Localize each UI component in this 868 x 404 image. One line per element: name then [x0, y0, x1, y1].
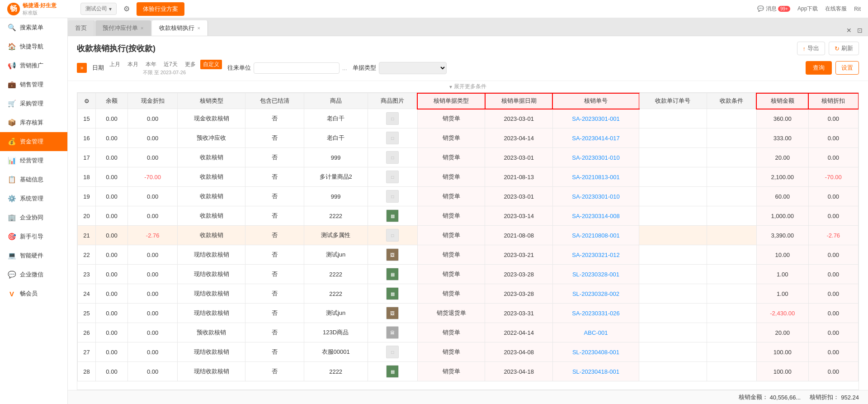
setting-button[interactable]: 设置: [835, 61, 859, 75]
settings-icon[interactable]: ⚙: [120, 3, 133, 15]
td-write-off-amount: 100.00: [756, 362, 808, 381]
from-unit-input[interactable]: [254, 62, 340, 74]
sidebar-item-wechat[interactable]: 💬 企业微信: [0, 265, 67, 284]
td-goods-img: □: [368, 128, 417, 148]
query-button[interactable]: 查询: [806, 61, 832, 75]
sidebar-item-basic[interactable]: 📋 基础信息: [0, 170, 67, 189]
receipt-type-select[interactable]: [379, 62, 447, 74]
td-write-off-bill-no[interactable]: SA-20230301-010: [552, 187, 639, 206]
date-tab-custom[interactable]: 自定义: [200, 60, 222, 69]
td-receipt-order-no: [639, 187, 707, 206]
guide-icon: 🎯: [7, 233, 16, 241]
corp-icon: 🏢: [7, 214, 16, 222]
td-goods-img: ▦: [368, 284, 417, 304]
td-goods-img: □: [368, 187, 417, 206]
app-download[interactable]: App下载: [797, 5, 818, 13]
td-write-off-type: 收款核销: [178, 148, 245, 167]
tab-prepay[interactable]: 预付冲应付单 ×: [95, 20, 151, 36]
td-include-settled: 否: [245, 109, 304, 128]
sidebar-item-hardware[interactable]: 💻 智能硬件: [0, 246, 67, 265]
td-row-num: 18: [78, 167, 96, 187]
user-name[interactable]: Rit: [854, 6, 861, 12]
sidebar-label-hardware: 智能硬件: [20, 252, 43, 260]
td-write-off-bill-no[interactable]: SA-20230301-010: [552, 148, 639, 167]
expand-filter-btn[interactable]: »: [77, 63, 87, 73]
table-row: 180.00-70.00收款核销否多计量商品2□销货单2021-08-13SA-…: [78, 167, 859, 187]
sidebar-item-marketing[interactable]: 📢 营销推广: [0, 56, 67, 75]
date-tab-thismonth[interactable]: 本月: [125, 60, 141, 69]
td-write-off-bill-no[interactable]: SA-20230301-001: [552, 109, 639, 128]
td-write-off-amount: 360.00: [756, 109, 808, 128]
goods-image: ▦: [386, 268, 399, 280]
sidebar-item-guide[interactable]: 🎯 新手引导: [0, 227, 67, 246]
tab-maximize-btn[interactable]: ⊡: [855, 25, 864, 36]
trial-button[interactable]: 体验行业方案: [137, 2, 184, 16]
td-write-off-type: 现结收款核销: [178, 265, 245, 284]
close-prepay-icon[interactable]: ×: [141, 25, 143, 31]
td-write-off-bill-date: 2023-03-01: [485, 187, 553, 206]
content-area: 首页 预付冲应付单 × 收款核销执行 × ✕ ⊡ 收款核销执行(按收款): [68, 18, 868, 404]
table-row: 280.000.00现结收款核销否2222▦销货单2023-04-18SL-20…: [78, 362, 859, 381]
message-area[interactable]: 💬 消息 99+: [757, 5, 790, 13]
td-goods: 老白干: [304, 109, 368, 128]
from-unit-label: 往来单位: [227, 64, 251, 72]
td-write-off-bill-no[interactable]: SL-20230408-001: [552, 342, 639, 362]
page-title: 收款核销执行(按收款): [77, 43, 156, 54]
sidebar-item-finance[interactable]: 💰 资金管理: [0, 132, 67, 151]
td-write-off-bill-date: 2023-03-21: [485, 245, 553, 265]
sidebar-item-system[interactable]: ⚙️ 系统管理: [0, 189, 67, 208]
sidebar-item-sales[interactable]: 💼 销售管理: [0, 75, 67, 94]
td-write-off-bill-no[interactable]: SA-20230321-012: [552, 245, 639, 265]
td-write-off-bill-no[interactable]: SA-20210813-001: [552, 167, 639, 187]
td-write-off-bill-no[interactable]: SA-20230331-026: [552, 304, 639, 323]
sidebar-item-corp[interactable]: 🏢 企业协同: [0, 208, 67, 227]
query-actions: 查询 设置: [806, 61, 859, 75]
logo-area: 畅 畅捷通·好生意 标准版: [7, 2, 75, 16]
td-write-off-bill-type: 销货单: [417, 226, 485, 245]
online-service[interactable]: 在线客服: [825, 5, 847, 13]
td-write-off-type: 现结收款核销: [178, 362, 245, 381]
td-row-num: 20: [78, 206, 96, 226]
company-selector[interactable]: 测试公司 ▾: [80, 3, 117, 15]
tab-receipt[interactable]: 收款核销执行 ×: [152, 20, 208, 36]
tab-home[interactable]: 首页: [68, 20, 94, 36]
td-write-off-bill-no[interactable]: SL-20230328-001: [552, 265, 639, 284]
sidebar-item-inventory[interactable]: 📦 库存核算: [0, 113, 67, 132]
data-table-container: ⚙ 余额 现金折扣 核销类型 包含已结清 商品 商品图片 核销单据类型 核销单据…: [77, 92, 859, 390]
table-row: 190.000.00收款核销否999□销货单2023-03-01SA-20230…: [78, 187, 859, 206]
td-write-off-bill-no[interactable]: SA-20210808-001: [552, 226, 639, 245]
table-row: 220.000.00现结收款核销否测试jun🖼销货单2023-03-21SA-2…: [78, 245, 859, 265]
sidebar-item-purchase[interactable]: 🛒 采购管理: [0, 94, 67, 113]
td-goods: 测试多属性: [304, 226, 368, 245]
td-write-off-amount: 100.00: [756, 342, 808, 362]
td-receipt-order-no: [639, 342, 707, 362]
date-tab-lastmonth[interactable]: 上月: [107, 60, 123, 69]
goods-image: □: [386, 346, 399, 358]
td-row-num: 28: [78, 362, 96, 381]
export-button[interactable]: ↑ 导出: [797, 42, 826, 55]
td-write-off-bill-no[interactable]: SA-20230314-008: [552, 206, 639, 226]
date-tab-7days[interactable]: 近7天: [161, 60, 180, 69]
date-tab-more[interactable]: 更多: [182, 60, 198, 69]
inventory-icon: 📦: [7, 119, 16, 127]
sidebar-item-shortcut[interactable]: 🏠 快捷导航: [0, 37, 67, 56]
td-row-num: 16: [78, 128, 96, 148]
table-row: 260.000.00预收款核销否123D商品🏛销货单2022-04-14ABC-…: [78, 323, 859, 342]
date-tab-thisyear[interactable]: 本年: [143, 60, 159, 69]
td-write-off-bill-no[interactable]: SL-20230418-001: [552, 362, 639, 381]
receipt-type-label: 单据类型: [353, 64, 376, 72]
sidebar-item-member[interactable]: V 畅会员: [0, 284, 67, 303]
sidebar-item-search[interactable]: 🔍 搜索菜单: [0, 18, 67, 37]
logo-icon: 畅: [7, 3, 20, 15]
sidebar-item-operation[interactable]: 📊 经营管理: [0, 151, 67, 170]
td-write-off-bill-no[interactable]: SL-20230328-002: [552, 284, 639, 304]
close-receipt-icon[interactable]: ×: [197, 25, 200, 31]
tab-close-window-btn[interactable]: ✕: [844, 25, 854, 36]
finance-icon: 💰: [7, 138, 16, 146]
td-write-off-bill-no[interactable]: ABC-001: [552, 323, 639, 342]
expand-more-button[interactable]: ▾ 展开更多条件: [449, 83, 486, 90]
td-write-off-bill-no[interactable]: SA-20230414-017: [552, 128, 639, 148]
td-write-off-discount: 0.00: [808, 148, 858, 167]
refresh-button[interactable]: ↻ 刷新: [829, 42, 859, 55]
th-settings[interactable]: ⚙: [78, 93, 96, 109]
